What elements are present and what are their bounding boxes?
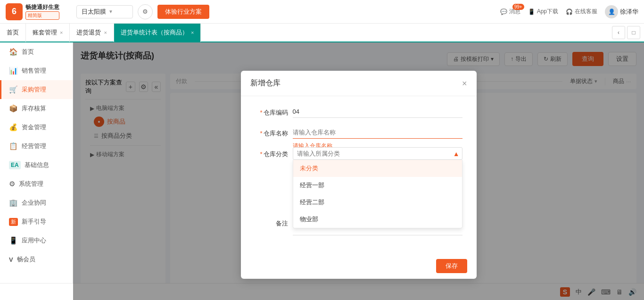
message-button[interactable]: 💬 消息 99+ <box>500 8 520 16</box>
modal-title: 新增仓库 <box>250 78 281 88</box>
code-input[interactable] <box>293 106 462 118</box>
vip-icon: V <box>9 256 13 263</box>
new-icon: 新 <box>9 218 18 226</box>
sidebar-item-basic-info[interactable]: EA 基础信息 <box>0 156 73 175</box>
modal-add-warehouse: 新增仓库 × 仓库编码 仓库名称 请输入仓库名称 <box>241 71 477 279</box>
settings-button[interactable]: ⚙ <box>138 4 153 19</box>
modal-footer: 保存 <box>241 253 477 279</box>
dropdown-item-0[interactable]: 未分类 <box>293 160 462 177</box>
name-label: 仓库名称 <box>255 126 293 138</box>
sidebar-item-home[interactable]: 🏠 首页 <box>0 42 73 61</box>
cart-icon: 🛒 <box>9 85 18 94</box>
tab-home[interactable]: 首页 <box>0 23 26 42</box>
sidebar-item-vip[interactable]: V 畅会员 <box>0 250 73 269</box>
app-download-button[interactable]: 📱 App下载 <box>528 8 558 16</box>
form-row-category: 仓库分类 ▲ 未分类 经营一部 经营二部 物业部 <box>255 147 462 160</box>
dropdown-item-1[interactable]: 经营一部 <box>293 177 462 194</box>
tab-accounts[interactable]: 账套管理 × <box>26 23 70 42</box>
modal-close-button[interactable]: × <box>462 79 467 88</box>
tab-next-button[interactable]: □ <box>627 26 640 39</box>
chart-icon: 📊 <box>9 67 18 75</box>
tab-purchase-stats[interactable]: 进货单统计表（按商品） × <box>114 23 201 42</box>
trial-button[interactable]: 体验行业方案 <box>157 5 209 19</box>
online-service-button[interactable]: 🎧 在线客服 <box>566 8 597 16</box>
home-icon: 🏠 <box>9 48 18 56</box>
phone-icon: 📱 <box>528 8 535 15</box>
sidebar-item-inventory[interactable]: 📦 库存核算 <box>0 99 73 118</box>
header-right: 💬 消息 99+ 📱 App下载 🎧 在线客服 👤 徐泽华 <box>500 5 638 18</box>
code-label: 仓库编码 <box>255 106 293 117</box>
category-input[interactable] <box>293 147 462 160</box>
mobile-icon: 📱 <box>9 236 18 245</box>
header-middle: 日太阳膜 ▼ ⚙ 体验行业方案 <box>76 4 500 19</box>
money-icon: 💰 <box>9 123 18 132</box>
user-area[interactable]: 👤 徐泽华 <box>605 5 638 18</box>
tab-prev-button[interactable]: ‹ <box>612 26 625 39</box>
sidebar-item-guide[interactable]: 新 新手引导 <box>0 212 73 231</box>
avatar: 👤 <box>605 5 618 18</box>
sidebar-item-enterprise[interactable]: 🏢 企业协同 <box>0 193 73 212</box>
modal-body: 仓库编码 仓库名称 请输入仓库名称 仓库分类 ▲ <box>241 96 477 253</box>
dropdown-item-2[interactable]: 经营二部 <box>293 194 462 211</box>
headset-icon: 🎧 <box>566 8 573 15</box>
form-row-code: 仓库编码 <box>255 106 462 118</box>
tab-controls: ‹ □ <box>612 26 644 39</box>
category-dropdown: 未分类 经营一部 经营二部 物业部 <box>293 160 462 228</box>
top-header: 6 畅捷通好生意 精简版 日太阳膜 ▼ ⚙ 体验行业方案 💬 消息 99+ 📱 … <box>0 0 644 24</box>
message-icon: 💬 <box>500 8 507 15</box>
sidebar-item-finance[interactable]: 💰 资金管理 <box>0 118 73 137</box>
category-label: 仓库分类 <box>255 147 293 158</box>
logo-area: 6 畅捷通好生意 精简版 <box>6 3 76 20</box>
close-icon[interactable]: × <box>104 30 107 35</box>
overlay: 新增仓库 × 仓库编码 仓库名称 请输入仓库名称 <box>73 42 644 300</box>
dropdown-item-3[interactable]: 物业部 <box>293 211 462 228</box>
sidebar-item-apps[interactable]: 📱 应用中心 <box>0 231 73 250</box>
sidebar-item-system[interactable]: ⚙ 系统管理 <box>0 175 73 193</box>
main-layout: 🏠 首页 📊 销售管理 🛒 采购管理 📦 库存核算 💰 资金管理 📋 经营管理 … <box>0 42 644 300</box>
close-icon[interactable]: × <box>60 30 63 35</box>
form-row-name: 仓库名称 请输入仓库名称 <box>255 126 462 139</box>
category-toggle-icon[interactable]: ▲ <box>453 150 460 158</box>
sidebar-item-sales[interactable]: 📊 销售管理 <box>0 61 73 80</box>
store-selector[interactable]: 日太阳膜 ▼ <box>76 5 133 18</box>
gear-icon: ⚙ <box>9 180 15 188</box>
clipboard-icon: 📋 <box>9 142 18 150</box>
name-input[interactable] <box>293 126 462 139</box>
chevron-down-icon: ▼ <box>108 9 113 14</box>
modal-header: 新增仓库 × <box>241 71 477 96</box>
sidebar: 🏠 首页 📊 销售管理 🛒 采购管理 📦 库存核算 💰 资金管理 📋 经营管理 … <box>0 42 73 300</box>
tab-bar: 首页 账套管理 × 进货退货 × 进货单统计表（按商品） × ‹ □ <box>0 24 644 42</box>
logo-text: 畅捷通好生意 精简版 <box>25 3 59 20</box>
app-logo-icon: 6 <box>6 3 23 20</box>
box-icon: 📦 <box>9 104 18 113</box>
content-area: 进货单统计(按商品) 🖨 按模板打印 ▾ ↑ 导出 ↻ 刷新 查询 设置 <box>73 42 644 300</box>
sidebar-item-operation[interactable]: 📋 经营管理 <box>0 137 73 156</box>
category-input-wrap: ▲ <box>293 147 462 160</box>
save-button[interactable]: 保存 <box>436 259 467 273</box>
building-icon: 🏢 <box>9 199 18 207</box>
sidebar-item-purchase[interactable]: 🛒 采购管理 <box>0 80 73 99</box>
close-icon[interactable]: × <box>191 30 194 35</box>
ea-icon: EA <box>9 161 21 169</box>
note-label: 备注 <box>255 217 293 228</box>
tab-purchase-return[interactable]: 进货退货 × <box>70 23 114 42</box>
